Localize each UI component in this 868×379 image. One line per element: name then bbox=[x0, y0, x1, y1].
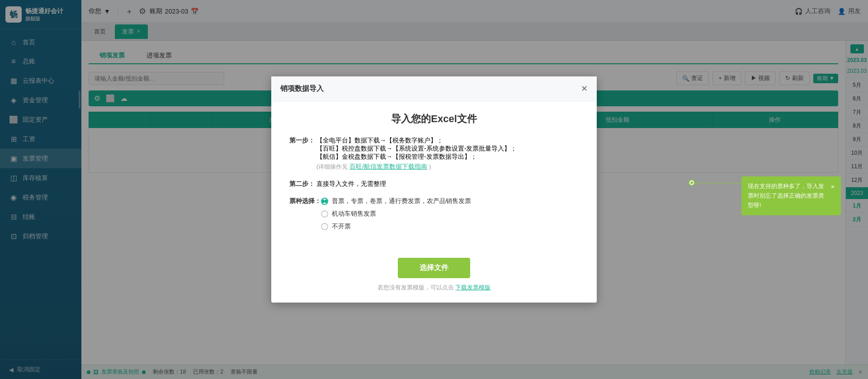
ticket-select: 票种选择： 普票，专票，卷票，通行费发票，农产品销售发票 机动车销售发票 bbox=[289, 197, 579, 231]
radio-label-1: 机动车销售发票 bbox=[332, 210, 376, 218]
modal-footer: 选择文件 若您没有发票模版，可以点击 下载发票模版 bbox=[271, 251, 597, 303]
radio-option-1[interactable]: 机动车销售发票 bbox=[321, 210, 471, 218]
step1-line2: 【百旺】税控盘数据下载→【系统设置-系统参数设置-发票批量导入】； bbox=[316, 145, 517, 153]
radio-circle-1 bbox=[321, 210, 328, 218]
download-hint: 若您没有发票模版，可以点击 下载发票模版 bbox=[377, 284, 491, 292]
modal-overlay: 销项数据导入 ✕ 导入您的Excel文件 第一步： 【全电平台】数据下载→【税务… bbox=[0, 0, 868, 379]
step1-link: (详细操作见 百旺/航信发票数据下载指南 ) bbox=[316, 163, 517, 171]
modal-header: 销项数据导入 ✕ bbox=[271, 76, 597, 101]
ticket-label-row: 票种选择： 普票，专票，卷票，通行费发票，农产品销售发票 机动车销售发票 bbox=[289, 197, 579, 231]
step1-label: 第一步： bbox=[289, 137, 316, 171]
step2-label: 第二步： bbox=[289, 180, 316, 188]
select-file-btn[interactable]: 选择文件 bbox=[398, 258, 470, 278]
tooltip-text: 现在支持的票种多了，导入发票时别忘了选择正确的发票类型呀! bbox=[748, 183, 824, 208]
modal-close-btn[interactable]: ✕ bbox=[581, 84, 588, 94]
modal-body: 导入您的Excel文件 第一步： 【全电平台】数据下载→【税务数字账户】； 【百… bbox=[271, 101, 597, 251]
tooltip-bubble: × 现在支持的票种多了，导入发票时别忘了选择正确的发票类型呀! bbox=[741, 176, 841, 215]
step2-row: 第二步： 直接导入文件，无需整理 bbox=[289, 180, 579, 188]
step1-line1: 【全电平台】数据下载→【税务数字账户】； bbox=[316, 137, 517, 145]
radio-label-0: 普票，专票，卷票，通行费发票，农产品销售发票 bbox=[332, 197, 471, 205]
modal-main-title: 导入您的Excel文件 bbox=[289, 112, 579, 126]
step2-content: 直接导入文件，无需整理 bbox=[316, 180, 386, 188]
step1-content: 【全电平台】数据下载→【税务数字账户】； 【百旺】税控盘数据下载→【系统设置-系… bbox=[316, 137, 517, 171]
step2: 第二步： 直接导入文件，无需整理 bbox=[289, 180, 579, 188]
guide-link[interactable]: 百旺/航信发票数据下载指南 bbox=[349, 163, 427, 170]
tooltip-close-btn[interactable]: × bbox=[831, 182, 835, 192]
download-hint-text: 若您没有发票模版，可以点击 bbox=[377, 284, 454, 291]
radio-circle-2 bbox=[321, 223, 328, 230]
ticket-select-label: 票种选择： bbox=[289, 197, 321, 205]
radio-circle-0 bbox=[321, 198, 328, 205]
import-modal: 销项数据导入 ✕ 导入您的Excel文件 第一步： 【全电平台】数据下载→【税务… bbox=[271, 76, 597, 303]
modal-title: 销项数据导入 bbox=[280, 84, 324, 94]
step1: 第一步： 【全电平台】数据下载→【税务数字账户】； 【百旺】税控盘数据下载→【系… bbox=[289, 137, 579, 171]
radio-label-2: 不开票 bbox=[332, 223, 351, 231]
download-template-link[interactable]: 下载发票模版 bbox=[455, 284, 491, 291]
step1-line3: 【航信】金税盘数据下载→【报税管理-发票数据导出】； bbox=[316, 153, 517, 161]
radio-option-0[interactable]: 普票，专票，卷票，通行费发票，农产品销售发票 bbox=[321, 197, 471, 205]
radio-group: 普票，专票，卷票，通行费发票，农产品销售发票 机动车销售发票 不开票 bbox=[321, 197, 471, 231]
radio-option-2[interactable]: 不开票 bbox=[321, 223, 471, 231]
step1-row: 第一步： 【全电平台】数据下载→【税务数字账户】； 【百旺】税控盘数据下载→【系… bbox=[289, 137, 579, 171]
tooltip-connector-line bbox=[693, 183, 769, 183]
